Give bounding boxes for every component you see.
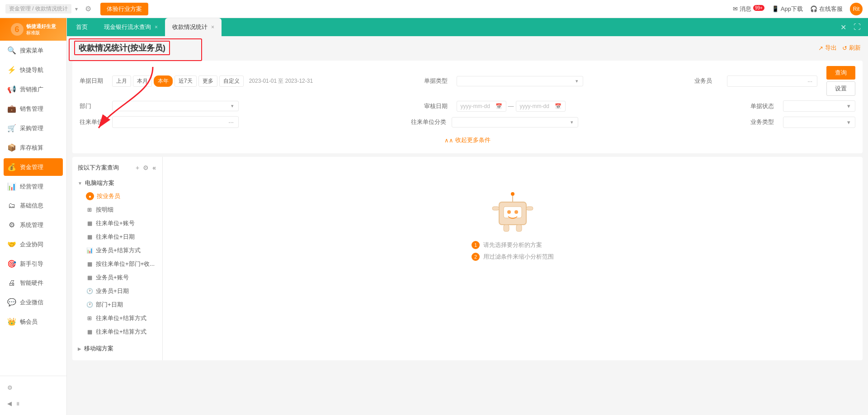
messages-label: 消息 xyxy=(740,5,751,13)
app-download-action[interactable]: 📱 App下载 xyxy=(772,5,803,13)
sidebar-item-enterprise-wechat[interactable]: 💬 企业微信 xyxy=(0,292,66,312)
sidebar-bottom-settings[interactable]: ⚙ xyxy=(0,380,66,396)
sidebar-item-beginner[interactable]: 🎯 新手引导 xyxy=(0,254,66,274)
tab-bank-flow-close[interactable]: × xyxy=(155,24,158,30)
biz-type-select[interactable]: ▾ xyxy=(783,117,855,128)
dept-select[interactable]: ▾ xyxy=(112,101,239,111)
counterpart-dept-coll-label: 按往来单位+部门+收... xyxy=(96,260,155,268)
scheme-item-by-detail[interactable]: ⊞ 按明细 xyxy=(72,203,162,217)
sidebar-item-search-menu[interactable]: 🔍 搜索菜单 xyxy=(0,41,66,60)
sidebar-bottom-collapse[interactable]: ◀‍ ⏸ xyxy=(0,396,66,411)
sidebar-item-system[interactable]: ⚙ 系统管理 xyxy=(0,215,66,235)
tab-home[interactable]: 首页 xyxy=(67,18,97,36)
scheme-settings-icon[interactable]: ⚙ xyxy=(142,163,150,172)
calendar-icon-start: 📅 xyxy=(495,103,502,109)
window-maximize-btn[interactable]: ⛶ xyxy=(852,21,863,33)
member-label: 畅会员 xyxy=(20,318,38,326)
enterprise-label: 企业协同 xyxy=(20,241,43,249)
scheme-add-icon[interactable]: + xyxy=(135,163,140,172)
breadcrumb-dropdown-icon[interactable]: ▾ xyxy=(75,6,78,12)
tab-collection-stats[interactable]: 收款情况统计 × xyxy=(165,18,222,36)
messages-action[interactable]: ✉ 消息 99+ xyxy=(733,5,764,13)
scheme-item-salesperson-settlement[interactable]: 📊 业务员+结算方式 xyxy=(72,244,162,257)
window-close-btn[interactable]: ✕ xyxy=(839,21,848,33)
sidebar-item-finance[interactable]: 💰 资金管理 xyxy=(4,158,63,176)
trial-button[interactable]: 体验行业方案 xyxy=(100,3,148,15)
shortcut-custom[interactable]: 自定义 xyxy=(219,75,244,87)
scheme-header-actions: + ⚙ « xyxy=(135,163,157,172)
scheme-item-salesperson-date[interactable]: 🕐 业务员+日期 xyxy=(72,284,162,298)
mobile-group-arrow: ▶ xyxy=(78,346,81,351)
scheme-item-by-salesperson[interactable]: ● 按业务员 xyxy=(72,189,162,203)
enterprise-wechat-icon: 💬 xyxy=(7,298,16,307)
sidebar-item-enterprise[interactable]: 🤝 企业协同 xyxy=(0,235,66,254)
dept-date-label: 部门+日期 xyxy=(96,301,123,309)
bottom-settings-icon: ⚙ xyxy=(7,384,13,391)
salesperson-account-icon: ▦ xyxy=(86,274,93,281)
counterpart-select[interactable]: ··· xyxy=(112,116,239,128)
step-1-num: 1 xyxy=(472,241,480,249)
collapse-bar[interactable]: ∧∧ 收起更多条件 xyxy=(80,132,855,148)
tab-bank-flow[interactable]: 现金银行流水查询 × xyxy=(97,18,165,36)
export-button[interactable]: ↗ 导出 xyxy=(818,44,837,52)
sidebar-item-inventory[interactable]: 📦 库存核算 xyxy=(0,138,66,157)
tab-collection-stats-close[interactable]: × xyxy=(211,24,214,30)
query-button[interactable]: 查询 xyxy=(826,66,855,80)
scheme-item-counterpart-settlement1[interactable]: ⊞ 往来单位+结算方式 xyxy=(72,311,162,325)
sidebar-item-sales[interactable]: 💼 销售管理 xyxy=(0,99,66,118)
scheme-item-counterpart-account[interactable]: ▦ 往来单位+账号 xyxy=(72,217,162,230)
online-service-action[interactable]: 🎧 在线客服 xyxy=(810,5,843,13)
counterpart-type-label: 往来单位分类 xyxy=(411,118,446,126)
scheme-group-mobile-header[interactable]: ▶ 移动端方案 xyxy=(72,342,162,355)
counterpart-account-icon: ▦ xyxy=(86,220,93,227)
sidebar-item-smart-hw[interactable]: 🖨 智能硬件 xyxy=(0,274,66,292)
scheme-item-counterpart-dept-coll[interactable]: ▦ 按往来单位+部门+收... xyxy=(72,257,162,271)
shortcut-more[interactable]: 更多 xyxy=(198,75,217,87)
review-date-end[interactable]: yyyy-mm-dd 📅 xyxy=(516,101,566,112)
marketing-icon: 📢 xyxy=(7,85,16,94)
counterpart-date-label: 往来单位+日期 xyxy=(96,233,135,241)
shortcut-prev-month[interactable]: 上月 xyxy=(112,75,131,87)
counterpart-label: 往来单位 xyxy=(80,118,107,126)
sidebar-item-marketing[interactable]: 📢 营销推广 xyxy=(0,80,66,99)
scheme-item-counterpart-settlement2[interactable]: ▦ 往来单位+结算方式 xyxy=(72,325,162,339)
search-menu-label: 搜索菜单 xyxy=(20,47,43,55)
svg-rect-7 xyxy=(526,207,533,210)
scheme-item-counterpart-date[interactable]: ▦ 往来单位+日期 xyxy=(72,230,162,244)
tab-bank-flow-label: 现金银行流水查询 xyxy=(104,23,151,31)
filter-row-1: 单据日期 上月 本月 本年 近7天 更多 自定义 2023-01-01 至 20… xyxy=(80,66,855,96)
doc-status-select[interactable]: ▾ xyxy=(783,100,855,112)
date-label: 单据日期 xyxy=(80,77,107,85)
main-layout: 6 畅捷通好生意 标准版 🔍 搜索菜单 ⚡ 快捷导航 📢 营销推广 💼 销售管理… xyxy=(0,18,868,415)
page-title: 收款情况统计(按业务员) xyxy=(74,41,170,55)
purchase-icon: 🛒 xyxy=(7,124,16,132)
sidebar-item-member[interactable]: 👑 畅会员 xyxy=(0,312,66,331)
inventory-icon: 📦 xyxy=(7,143,16,152)
shortcut-this-year[interactable]: 本年 xyxy=(154,75,173,87)
sidebar-item-purchase[interactable]: 🛒 采购管理 xyxy=(0,118,66,138)
scheme-group-pc-header[interactable]: ▼ 电脑端方案 xyxy=(72,177,162,189)
scheme-item-dept-date[interactable]: 🕐 部门+日期 xyxy=(72,298,162,311)
page-title-box: 收款情况统计(按业务员) xyxy=(74,41,170,55)
dept-date-icon: 🕐 xyxy=(86,301,93,308)
tab-home-label: 首页 xyxy=(76,23,88,31)
salesperson-select[interactable]: ··· xyxy=(727,75,817,87)
finance-icon: 💰 xyxy=(7,163,16,171)
top-settings-icon[interactable]: ⚙ xyxy=(85,5,91,13)
counterpart-type-select[interactable]: ▾ xyxy=(452,117,578,127)
sidebar-item-quick-nav[interactable]: ⚡ 快捷导航 xyxy=(0,60,66,80)
scheme-collapse-icon[interactable]: « xyxy=(151,163,157,172)
doc-type-select[interactable]: ▾ xyxy=(457,76,583,86)
mobile-group-label: 移动端方案 xyxy=(84,344,113,353)
shortcut-7days[interactable]: 近7天 xyxy=(175,75,197,87)
sidebar-item-operations[interactable]: 📊 经营管理 xyxy=(0,177,66,196)
user-avatar[interactable]: Rit xyxy=(850,3,863,15)
settings-button[interactable]: 设置 xyxy=(826,81,855,96)
review-date-start[interactable]: yyyy-mm-dd 📅 xyxy=(457,101,506,112)
refresh-button[interactable]: ↺ 刷新 xyxy=(842,44,861,52)
shortcut-this-month[interactable]: 本月 xyxy=(133,75,152,87)
doc-status-chevron: ▾ xyxy=(847,103,850,109)
scheme-item-salesperson-account[interactable]: ▦ 业务员+账号 xyxy=(72,271,162,284)
sidebar-item-base-info[interactable]: 🗂 基础信息 xyxy=(0,196,66,215)
biz-type-label: 业务类型 xyxy=(750,118,778,126)
